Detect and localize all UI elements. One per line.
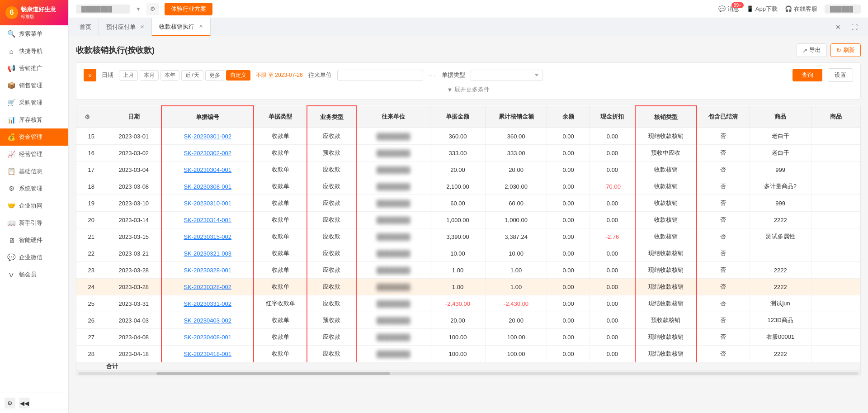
cell-biztype: 应收款 bbox=[307, 346, 356, 362]
sidebar-item-search-menu[interactable]: 🔍搜索菜单 bbox=[0, 25, 68, 43]
cell-doctype: 收款单 bbox=[254, 245, 307, 262]
doc-link[interactable]: SK-20230328-001 bbox=[184, 267, 231, 274]
cell-goods1: 衣服00001 bbox=[750, 329, 811, 346]
settings-bottom-icon[interactable]: ⚙ bbox=[5, 398, 15, 408]
last-7days-btn[interactable]: 近7天 bbox=[181, 70, 203, 81]
sidebar-item-label: 销售管理 bbox=[19, 81, 42, 90]
sidebar-item-sales[interactable]: 📦销售管理 bbox=[0, 77, 68, 94]
sidebar: 6 畅康道好生意 标推版 🔍搜索菜单⌂快捷导航📢营销推广📦销售管理🛒采购管理📊库… bbox=[0, 0, 69, 413]
app-download-btn[interactable]: 📱 App下载 bbox=[746, 5, 778, 13]
custom-date-btn[interactable]: 自定义 bbox=[226, 70, 250, 81]
tab-clearance[interactable]: 收款核销执行 ✕ bbox=[152, 18, 211, 36]
doc-link[interactable]: SK-20230403-002 bbox=[184, 317, 231, 324]
cell-balance: 0.00 bbox=[547, 245, 590, 262]
collapse-icon[interactable]: ◀◀ bbox=[19, 398, 30, 408]
sidebar-item-quick-nav[interactable]: ⌂快捷导航 bbox=[0, 43, 68, 60]
cell-partner: ████████ bbox=[356, 128, 430, 145]
cell-include: 否 bbox=[697, 195, 750, 212]
user-menu[interactable]: ██████ bbox=[825, 5, 861, 14]
sidebar-item-system[interactable]: ⚙系统管理 bbox=[0, 180, 68, 197]
table-row: 27 2023-04-08 SK-20230408-001 收款单 应收款 ██… bbox=[76, 329, 860, 346]
doc-link[interactable]: SK-20230408-001 bbox=[184, 334, 231, 341]
page-title: 收款核销执行(按收款) bbox=[76, 45, 155, 56]
sidebar-item-marketing[interactable]: 📢营销推广 bbox=[0, 60, 68, 77]
sidebar-item-inventory[interactable]: 📊库存核算 bbox=[0, 111, 68, 128]
cell-goods2 bbox=[811, 145, 860, 161]
service-btn[interactable]: 🎧 在线客服 bbox=[785, 5, 817, 13]
cell-cumulative: 1,000.00 bbox=[486, 212, 547, 228]
doc-link[interactable]: SK-20230321-003 bbox=[184, 250, 231, 257]
partner-input[interactable] bbox=[337, 70, 423, 81]
operation-icon: 📈 bbox=[7, 150, 15, 158]
query-btn[interactable]: 查询 bbox=[793, 69, 822, 81]
tab-prepay-close[interactable]: ✕ bbox=[140, 24, 144, 30]
footer-label: 合计 bbox=[106, 362, 860, 371]
tab-home[interactable]: 首页 bbox=[72, 18, 99, 36]
sidebar-item-label: 库存核算 bbox=[19, 116, 42, 124]
guide-icon: 📖 bbox=[7, 219, 15, 227]
solution-btn[interactable]: 体验行业方案 bbox=[165, 3, 212, 15]
doc-link[interactable]: SK-20230328-002 bbox=[184, 284, 231, 290]
sidebar-item-guide[interactable]: 📖新手引导 bbox=[0, 214, 68, 232]
cell-goods1: 老白干 bbox=[750, 145, 811, 161]
sidebar-item-purchase[interactable]: 🛒采购管理 bbox=[0, 94, 68, 111]
cell-date: 2023-03-08 bbox=[106, 178, 161, 195]
expand-more-btn[interactable]: ▼ 展开更多条件 bbox=[447, 85, 490, 94]
doc-link[interactable]: SK-20230301-002 bbox=[184, 133, 231, 140]
doc-link[interactable]: SK-20230310-001 bbox=[184, 200, 231, 207]
cell-partner: ████████ bbox=[356, 178, 430, 195]
sidebar-item-cooperation[interactable]: 🤝企业协同 bbox=[0, 197, 68, 214]
message-btn[interactable]: 💬 消息 99+ bbox=[718, 5, 739, 13]
doc-link[interactable]: SK-20230302-002 bbox=[184, 150, 231, 157]
this-month-btn[interactable]: 本月 bbox=[140, 70, 159, 81]
voucher-type-select[interactable] bbox=[471, 70, 543, 81]
sidebar-item-capital[interactable]: 💰资金管理 bbox=[0, 128, 68, 146]
doc-link[interactable]: SK-20230418-001 bbox=[184, 351, 231, 357]
cell-amount: 20.00 bbox=[430, 312, 485, 329]
doc-link[interactable]: SK-20230315-002 bbox=[184, 233, 231, 240]
cell-partner: ████████ bbox=[356, 346, 430, 362]
cell-doctype: 收款单 bbox=[254, 212, 307, 228]
export-btn[interactable]: ↗ 导出 bbox=[797, 43, 827, 57]
main-area: ████████ ▼ ⚙ 体验行业方案 💬 消息 99+ 📱 App下载 🎧 在… bbox=[69, 0, 868, 413]
tab-expand-btn[interactable]: ⛶ bbox=[848, 21, 861, 33]
sidebar-item-basic[interactable]: 📋基础信息 bbox=[0, 163, 68, 180]
topbar-gear-btn[interactable]: ⚙ bbox=[146, 3, 159, 15]
cell-cleartype: 现结收款核销 bbox=[635, 346, 697, 362]
cell-goods2 bbox=[811, 228, 860, 245]
cell-include: 否 bbox=[697, 295, 750, 312]
cell-goods1: 测试jun bbox=[750, 295, 811, 312]
refresh-btn[interactable]: ↻ 刷新 bbox=[830, 43, 861, 57]
tab-close-all-btn[interactable]: ✕ bbox=[832, 21, 844, 33]
cell-goods1: 老白干 bbox=[750, 128, 811, 145]
table-gear-icon[interactable]: ⚙ bbox=[81, 110, 94, 123]
tab-prepay[interactable]: 预付应付单 ✕ bbox=[99, 18, 152, 36]
cell-date: 2023-03-10 bbox=[106, 195, 161, 212]
doc-link[interactable]: SK-20230314-001 bbox=[184, 217, 231, 223]
col-header-include: 包含已结清 bbox=[697, 106, 750, 128]
cell-biztype: 应收款 bbox=[307, 212, 356, 228]
cell-doctype: 收款单 bbox=[254, 262, 307, 279]
cell-partner: ████████ bbox=[356, 161, 430, 178]
sidebar-item-hardware[interactable]: 🖥智能硬件 bbox=[0, 232, 68, 249]
doc-link[interactable]: SK-20230308-001 bbox=[184, 183, 231, 190]
sidebar-item-operation[interactable]: 📈经营管理 bbox=[0, 146, 68, 163]
more-date-btn[interactable]: 更多 bbox=[205, 70, 224, 81]
cell-date: 2023-04-18 bbox=[106, 346, 161, 362]
tab-clearance-close[interactable]: ✕ bbox=[199, 24, 203, 29]
sidebar-item-label: 系统管理 bbox=[19, 185, 42, 193]
filter-setting-btn[interactable]: 设置 bbox=[828, 68, 853, 82]
cell-include: 否 bbox=[697, 161, 750, 178]
sidebar-item-member[interactable]: V畅会员 bbox=[0, 266, 68, 283]
doc-link[interactable]: SK-20230304-001 bbox=[184, 166, 231, 173]
sidebar-item-wechat[interactable]: 💬企业微信 bbox=[0, 249, 68, 266]
doc-link[interactable]: SK-20230331-002 bbox=[184, 300, 231, 307]
this-year-btn[interactable]: 本年 bbox=[160, 70, 179, 81]
cell-biztype: 应收款 bbox=[307, 195, 356, 212]
table-scrollbar[interactable] bbox=[76, 370, 860, 376]
cell-biztype: 应收款 bbox=[307, 161, 356, 178]
filter-expand-btn[interactable]: » bbox=[84, 69, 96, 81]
last-month-btn[interactable]: 上月 bbox=[119, 70, 138, 81]
cell-serial: 25 bbox=[76, 295, 106, 312]
cell-date: 2023-03-02 bbox=[106, 145, 161, 161]
